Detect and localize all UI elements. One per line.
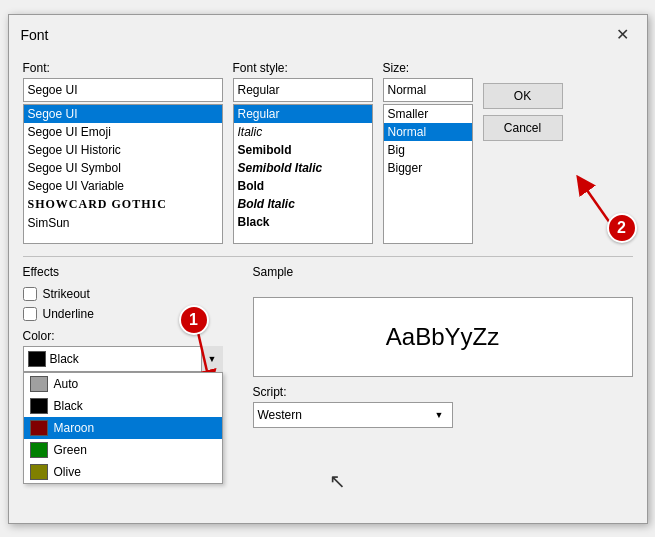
strikeout-label: Strikeout bbox=[43, 287, 90, 301]
size-list-item[interactable]: Normal bbox=[384, 123, 472, 141]
effects-label: Effects bbox=[23, 265, 243, 279]
sample-box: AaBbYyZz bbox=[253, 297, 633, 377]
title-bar: Font ✕ bbox=[9, 15, 647, 53]
font-list-item[interactable]: Segoe UI Symbol bbox=[24, 159, 222, 177]
color-option-label: Maroon bbox=[54, 421, 95, 435]
cancel-button[interactable]: Cancel bbox=[483, 115, 563, 141]
size-label: Size: bbox=[383, 61, 473, 75]
buttons-column: OK Cancel bbox=[483, 61, 573, 244]
underline-row: Underline bbox=[23, 307, 243, 321]
color-option-swatch bbox=[30, 420, 48, 436]
style-list-item[interactable]: Regular bbox=[234, 105, 372, 123]
color-option[interactable]: Black bbox=[24, 395, 222, 417]
script-select-wrapper: Western ▼ bbox=[253, 402, 453, 428]
bottom-section: Effects Strikeout Underline Color: Black… bbox=[23, 265, 633, 428]
strikeout-row: Strikeout bbox=[23, 287, 243, 301]
script-label: Script: bbox=[253, 385, 633, 399]
size-list-item[interactable]: Smaller bbox=[384, 105, 472, 123]
font-dialog: Font ✕ Font: Segoe UISegoe UI EmojiSegoe… bbox=[8, 14, 648, 524]
top-section: Font: Segoe UISegoe UI EmojiSegoe UI His… bbox=[23, 61, 633, 244]
font-input[interactable] bbox=[23, 78, 223, 102]
style-list[interactable]: RegularItalicSemiboldSemibold ItalicBold… bbox=[233, 104, 373, 244]
color-value: Black bbox=[50, 352, 79, 366]
color-option[interactable]: Auto bbox=[24, 373, 222, 395]
color-select-button[interactable]: Black ▼ bbox=[23, 346, 223, 372]
color-label: Color: bbox=[23, 329, 243, 343]
style-list-item[interactable]: Italic bbox=[234, 123, 372, 141]
color-dropdown-arrow[interactable]: ▼ bbox=[201, 346, 223, 372]
font-list-item[interactable]: SHOWCARD GOTHIC bbox=[24, 195, 222, 214]
font-list-item[interactable]: Segoe UI Historic bbox=[24, 141, 222, 159]
script-select-button[interactable]: Western ▼ bbox=[253, 402, 453, 428]
close-button[interactable]: ✕ bbox=[611, 23, 635, 47]
dialog-title: Font bbox=[21, 27, 49, 43]
style-list-item[interactable]: Semibold bbox=[234, 141, 372, 159]
font-list-item[interactable]: SimSun bbox=[24, 214, 222, 232]
color-swatch bbox=[28, 351, 46, 367]
style-column: Font style: RegularItalicSemiboldSemibol… bbox=[233, 61, 373, 244]
color-dropdown: AutoBlackMaroonGreenOlive bbox=[23, 372, 223, 484]
divider bbox=[23, 256, 633, 257]
color-option[interactable]: Green bbox=[24, 439, 222, 461]
script-dropdown-arrow: ▼ bbox=[435, 410, 448, 420]
font-list-item[interactable]: Segoe UI bbox=[24, 105, 222, 123]
color-select-wrapper: Black ▼ AutoBlackMaroonGreenOlive bbox=[23, 346, 223, 372]
sample-text: AaBbYyZz bbox=[386, 323, 499, 351]
color-option-swatch bbox=[30, 442, 48, 458]
size-list-item[interactable]: Bigger bbox=[384, 159, 472, 177]
color-option-label: Black bbox=[54, 399, 83, 413]
font-column: Font: Segoe UISegoe UI EmojiSegoe UI His… bbox=[23, 61, 223, 244]
ok-button[interactable]: OK bbox=[483, 83, 563, 109]
color-option-label: Auto bbox=[54, 377, 79, 391]
size-list-item[interactable]: Big bbox=[384, 141, 472, 159]
cursor-indicator: ↖ bbox=[329, 469, 346, 493]
font-list-item[interactable]: Segoe UI Emoji bbox=[24, 123, 222, 141]
underline-checkbox[interactable] bbox=[23, 307, 37, 321]
color-option-swatch bbox=[30, 376, 48, 392]
style-label: Font style: bbox=[233, 61, 373, 75]
color-option[interactable]: Maroon bbox=[24, 417, 222, 439]
script-value: Western bbox=[258, 408, 302, 422]
dialog-body: Font: Segoe UISegoe UI EmojiSegoe UI His… bbox=[9, 53, 647, 442]
color-option[interactable]: Olive bbox=[24, 461, 222, 483]
color-option-swatch bbox=[30, 398, 48, 414]
effects-column: Effects Strikeout Underline Color: Black… bbox=[23, 265, 243, 428]
style-list-item[interactable]: Bold Italic bbox=[234, 195, 372, 213]
style-list-item[interactable]: Bold bbox=[234, 177, 372, 195]
style-list-item[interactable]: Black bbox=[234, 213, 372, 231]
sample-column: Sample AaBbYyZz Script: Western ▼ bbox=[253, 265, 633, 428]
underline-label: Underline bbox=[43, 307, 94, 321]
style-input[interactable] bbox=[233, 78, 373, 102]
font-label: Font: bbox=[23, 61, 223, 75]
color-option-label: Olive bbox=[54, 465, 81, 479]
strikeout-checkbox[interactable] bbox=[23, 287, 37, 301]
size-list[interactable]: SmallerNormalBigBigger bbox=[383, 104, 473, 244]
size-input[interactable] bbox=[383, 78, 473, 102]
color-option-label: Green bbox=[54, 443, 87, 457]
sample-label: Sample bbox=[253, 265, 633, 279]
font-list[interactable]: Segoe UISegoe UI EmojiSegoe UI HistoricS… bbox=[23, 104, 223, 244]
color-option-swatch bbox=[30, 464, 48, 480]
size-column: Size: SmallerNormalBigBigger bbox=[383, 61, 473, 244]
font-list-item[interactable]: Segoe UI Variable bbox=[24, 177, 222, 195]
style-list-item[interactable]: Semibold Italic bbox=[234, 159, 372, 177]
